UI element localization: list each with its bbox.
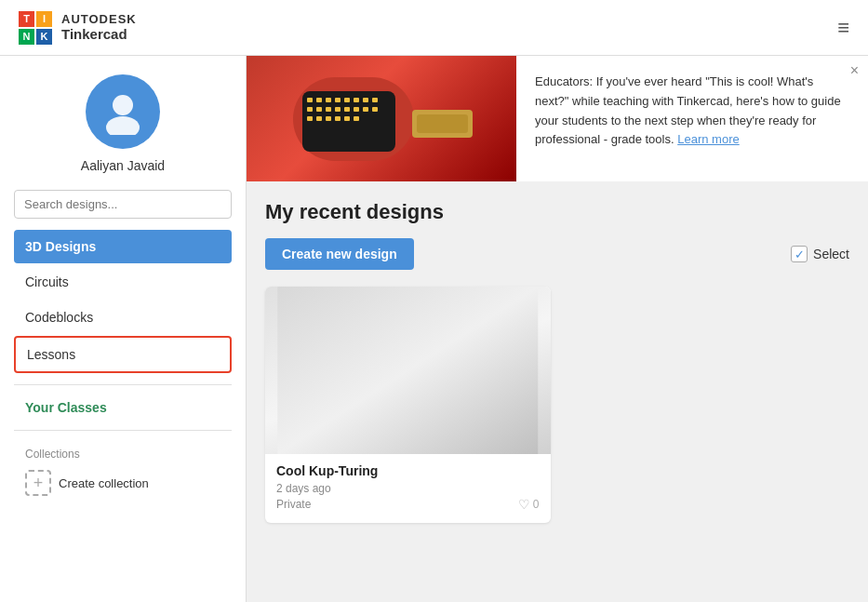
user-avatar-icon (100, 88, 146, 135)
avatar (86, 74, 160, 149)
svg-rect-10 (363, 98, 368, 102)
collection-plus-icon: + (25, 470, 51, 496)
select-control[interactable]: ✓ Select (791, 246, 849, 262)
card-privacy: Private (276, 498, 311, 511)
sidebar-divider-2 (14, 430, 232, 431)
designs-grid: Cool Kup-Turing 2 days ago Private ♡ 0 (265, 287, 849, 523)
card-thumbnail-graphic (265, 287, 551, 454)
svg-rect-15 (335, 107, 341, 112)
section-title: My recent designs (265, 200, 849, 224)
banner-learn-more-link[interactable]: Learn more (677, 132, 739, 146)
banner-image (247, 56, 516, 181)
header-title-block: AUTODESK Tinkercad (61, 12, 137, 44)
svg-point-0 (113, 95, 133, 115)
svg-rect-12 (307, 107, 313, 112)
logo-cell-t: T (19, 11, 34, 27)
create-collection-label: Create collection (59, 476, 149, 490)
sidebar: Aaliyan Javaid 3D Designs Circuits Codeb… (0, 56, 247, 602)
header-logo-area: T I N K AUTODESK Tinkercad (19, 11, 137, 45)
svg-rect-11 (372, 98, 378, 102)
svg-rect-5 (316, 98, 322, 102)
sidebar-item-circuits[interactable]: Circuits (14, 265, 232, 299)
svg-rect-8 (344, 98, 350, 102)
avatar-section: Aaliyan Javaid (14, 74, 232, 173)
svg-rect-4 (307, 98, 313, 102)
autodesk-label: AUTODESK (61, 12, 137, 27)
banner-device-graphic (274, 59, 488, 180)
card-thumbnail (265, 287, 551, 454)
create-new-design-button[interactable]: Create new design (265, 238, 414, 270)
svg-rect-17 (354, 107, 359, 112)
sidebar-item-codeblocks[interactable]: Codeblocks (14, 301, 232, 334)
hamburger-menu-icon[interactable]: ≡ (837, 18, 849, 38)
autodesk-logo: T I N K (19, 11, 52, 45)
sidebar-nav: 3D Designs Circuits Codeblocks Lessons (14, 230, 232, 375)
banner-close-button[interactable]: × (850, 63, 859, 78)
svg-rect-25 (354, 116, 359, 121)
card-title: Cool Kup-Turing (276, 463, 540, 478)
sidebar-item-lessons[interactable]: Lessons (14, 336, 232, 373)
main-container: Aaliyan Javaid 3D Designs Circuits Codeb… (0, 56, 868, 602)
svg-point-1 (106, 116, 140, 135)
svg-rect-9 (354, 98, 359, 102)
content-area: Educators: If you've ever heard "This is… (247, 56, 868, 602)
svg-rect-16 (344, 107, 350, 112)
svg-rect-22 (326, 116, 331, 121)
select-checkbox[interactable]: ✓ (791, 246, 808, 262)
banner-text: Educators: If you've ever heard "This is… (516, 56, 868, 181)
svg-rect-19 (372, 107, 378, 112)
logo-cell-k: K (36, 29, 52, 45)
svg-rect-6 (326, 98, 331, 102)
sidebar-item-3d-designs[interactable]: 3D Designs (14, 230, 232, 263)
card-likes: ♡ 0 (518, 497, 540, 512)
logo-cell-i: I (36, 11, 52, 27)
design-card[interactable]: Cool Kup-Turing 2 days ago Private ♡ 0 (265, 287, 551, 523)
collections-label: Collections (14, 440, 232, 464)
svg-rect-27 (417, 114, 468, 133)
username-label: Aaliyan Javaid (81, 158, 165, 173)
card-footer: Private ♡ 0 (276, 497, 540, 512)
svg-rect-14 (326, 107, 331, 112)
search-input[interactable] (14, 190, 232, 219)
educator-banner: Educators: If you've ever heard "This is… (247, 56, 868, 181)
card-date: 2 days ago (276, 482, 540, 495)
checkbox-check-icon: ✓ (795, 247, 805, 261)
svg-rect-28 (277, 287, 538, 454)
svg-rect-20 (307, 116, 313, 121)
app-header: T I N K AUTODESK Tinkercad ≡ (0, 0, 868, 56)
your-classes-link[interactable]: Your Classes (14, 395, 232, 421)
tinkercad-label: Tinkercad (61, 26, 137, 43)
card-likes-count: 0 (533, 498, 540, 511)
designs-toolbar: Create new design ✓ Select (265, 238, 849, 270)
svg-rect-23 (335, 116, 341, 121)
heart-icon: ♡ (518, 497, 530, 512)
svg-rect-7 (335, 98, 341, 102)
svg-rect-18 (363, 107, 368, 112)
svg-rect-24 (344, 116, 350, 121)
svg-rect-13 (316, 107, 322, 112)
designs-section: My recent designs Create new design ✓ Se… (247, 200, 868, 523)
logo-cell-n: N (19, 29, 34, 45)
create-collection-button[interactable]: + Create collection (14, 464, 232, 502)
card-info: Cool Kup-Turing 2 days ago Private ♡ 0 (265, 454, 551, 523)
svg-rect-21 (316, 116, 322, 121)
sidebar-divider-1 (14, 384, 232, 385)
select-label: Select (813, 247, 849, 261)
